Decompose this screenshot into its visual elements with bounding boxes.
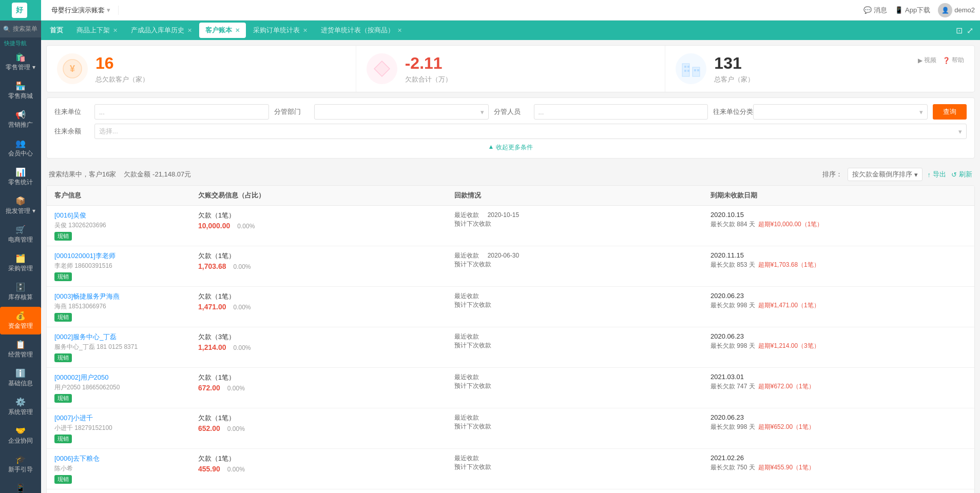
- store-selector[interactable]: 母婴行业演示账套 ▾: [51, 6, 119, 15]
- sidebar-item-basic[interactable]: ℹ️ 基础信息: [0, 364, 41, 392]
- due-date-cell: 2020.06.23 最长欠款 998 天 超期¥1,214.00（3笔）: [710, 332, 967, 350]
- due-date-value: 2020.10.15: [710, 211, 967, 219]
- collapse-row[interactable]: ▲ 收起更多条件: [54, 143, 967, 152]
- sidebar-item-retail-mall[interactable]: 🏪 零售商城: [0, 77, 41, 105]
- stat-label-debt-customers: 总欠款客户（家）: [95, 75, 149, 84]
- overdue-amount[interactable]: 超期¥10,000.00（1笔）: [758, 220, 823, 229]
- sidebar-item-batch-mgmt[interactable]: 📦 批发管理 ▾: [0, 192, 41, 220]
- sidebar-item-system[interactable]: ⚙️ 系统管理: [0, 393, 41, 421]
- refresh-btn[interactable]: ↺ 刷新: [951, 170, 972, 179]
- sidebar-item-inventory[interactable]: 🗄️ 库存核算: [0, 278, 41, 306]
- tab-product-off[interactable]: 商品上下架 ✕: [70, 23, 124, 38]
- avatar-placeholder: 👤: [941, 7, 949, 14]
- user-profile[interactable]: 👤 demo2: [938, 3, 975, 17]
- overdue-amount[interactable]: 超期¥652.00（1笔）: [758, 423, 815, 431]
- filter-person-input[interactable]: ...: [534, 104, 708, 120]
- customer-phone: 吴俊 13026203696: [54, 221, 198, 230]
- video-btn[interactable]: ▶ 视频: [918, 56, 936, 65]
- app-download-btn[interactable]: 📱 App下载: [895, 6, 930, 15]
- sidebar-item-finance[interactable]: 💰 资金管理: [0, 307, 41, 334]
- tab-customer-account[interactable]: 客户账本 ✕: [199, 23, 246, 38]
- marketing-icon: 📢: [15, 110, 26, 120]
- filter-balance-select[interactable]: 选择... ▾: [94, 124, 967, 139]
- tab-purchase-order[interactable]: 采购订单统计表 ✕: [247, 23, 314, 38]
- filter-vendor-input[interactable]: ...: [94, 104, 269, 120]
- customer-name[interactable]: [0016]吴俊: [54, 211, 86, 219]
- customer-name[interactable]: [0003]畅捷服务尹海燕: [54, 292, 120, 300]
- close-tab-stock-stats[interactable]: ✕: [397, 27, 402, 34]
- result-bar: 搜索结果中，客户16家 欠款金额 -21,148.07元 排序： 按欠款金额倒序…: [46, 164, 975, 185]
- message-btn[interactable]: 💬 消息: [863, 6, 887, 15]
- top-bar: 母婴行业演示账套 ▾ 💬 消息 📱 App下载 👤 demo2: [0, 0, 980, 21]
- basic-icon: ℹ️: [15, 368, 26, 378]
- help-btn[interactable]: ❓ 帮助: [943, 56, 964, 65]
- table-row: [000001]黄思源 黄思源 13552700226 现销 欠款（1笔） 42…: [47, 489, 974, 493]
- stat-value-total-customers: 131: [714, 53, 754, 73]
- customer-name[interactable]: [0007]小进千: [54, 414, 93, 422]
- customer-name[interactable]: [0002]服务中心_丁磊: [54, 333, 117, 341]
- collection-cell: 最近收款 预计下次收款: [454, 454, 710, 471]
- debt-amount-row: 1,214.00 0.00%: [198, 343, 454, 351]
- customer-tag: 现销: [54, 394, 72, 403]
- sidebar-item-ecom[interactable]: 🛒 电商管理: [0, 221, 41, 248]
- close-tab-customer-account[interactable]: ✕: [235, 27, 240, 34]
- sidebar-item-app[interactable]: 📱 应用中心: [0, 479, 41, 493]
- sidebar-item-marketing[interactable]: 📢 营销推广: [0, 106, 41, 133]
- stat-icon-building: [676, 53, 706, 84]
- overdue-amount[interactable]: 超期¥455.90（1笔）: [758, 463, 815, 472]
- sort-select[interactable]: 按欠款金额倒序排序 ▾: [848, 168, 923, 181]
- search-button[interactable]: 查询: [933, 104, 967, 120]
- filter-dept-select[interactable]: ▾: [314, 104, 489, 120]
- overdue-amount[interactable]: 超期¥1,471.00（1笔）: [758, 301, 820, 310]
- export-icon: ↑: [928, 171, 931, 179]
- customer-name[interactable]: [0001020001]李老师: [54, 252, 116, 260]
- close-tab-product-off[interactable]: ✕: [113, 27, 118, 34]
- sidebar-item-ops[interactable]: 📋 经营管理: [0, 336, 41, 363]
- sidebar-item-retail-mgmt[interactable]: 🛍️ 零售管理 ▾: [0, 48, 41, 76]
- collection-cell: 最近收款 预计下次收款: [454, 413, 710, 431]
- overdue-amount[interactable]: 超期¥1,214.00（3笔）: [758, 342, 820, 350]
- next-collection-label: 预计下次收款: [454, 382, 710, 390]
- sidebar-item-retail-stats[interactable]: 📊 零售统计: [0, 163, 41, 191]
- sort-value: 按欠款金额倒序排序: [852, 170, 912, 179]
- svg-rect-4: [693, 67, 700, 76]
- table-row: [0002]服务中心_丁磊 服务中心_丁磊 181 0125 8371 现销 欠…: [47, 327, 974, 368]
- overdue-amount[interactable]: 超期¥1,703.68（1笔）: [758, 261, 820, 269]
- tab-customer-account-label: 客户账本: [205, 26, 232, 35]
- minimize-icon[interactable]: ⊡: [956, 26, 963, 35]
- stat-info-debt-total: -2.11 欠款合计（万）: [405, 53, 452, 84]
- guide-icon: 🎓: [15, 455, 26, 464]
- close-tab-purchase-order[interactable]: ✕: [303, 27, 308, 34]
- debt-info-cell: 欠款（1笔） 672.00 0.00%: [198, 373, 454, 392]
- customer-name[interactable]: [0006]去下粮仓: [54, 455, 100, 462]
- debt-count: 欠款（1笔）: [198, 373, 454, 382]
- table-body: [0016]吴俊 吴俊 13026203696 现销 欠款（1笔） 10,000…: [47, 206, 974, 493]
- table-row: [000002]用户2050 用户2050 18665062050 现销 欠款（…: [47, 368, 974, 408]
- sidebar-search[interactable]: 🔍 搜索菜单: [0, 21, 41, 37]
- filter-vendor-category: 往来单位分类 ▾: [713, 104, 928, 120]
- close-tab-product-history[interactable]: ✕: [187, 27, 192, 34]
- sidebar-item-purchase[interactable]: 🗂️ 采购管理: [0, 249, 41, 277]
- user-name: demo2: [954, 6, 975, 14]
- customer-name[interactable]: [000002]用户2050: [54, 373, 109, 381]
- tab-home[interactable]: 首页: [44, 23, 69, 38]
- sidebar-item-guide[interactable]: 🎓 新手引导: [0, 450, 41, 478]
- sidebar-item-label: 批发管理 ▾: [6, 207, 35, 215]
- svg-rect-7: [684, 70, 686, 72]
- customer-tag: 现销: [54, 232, 72, 241]
- tab-stock-stats[interactable]: 进货单统计表（按商品） ✕: [315, 23, 408, 38]
- sidebar-item-enterprise[interactable]: 🤝 企业协同: [0, 422, 41, 449]
- overdue-amount[interactable]: 超期¥672.00（1笔）: [758, 382, 815, 391]
- tab-product-history[interactable]: 产成品入库单历史 ✕: [125, 23, 198, 38]
- filter-vendor-category-select[interactable]: ▾: [753, 104, 928, 120]
- sidebar-item-member[interactable]: 👥 会员中心: [0, 134, 41, 162]
- export-btn[interactable]: ↑ 导出: [928, 170, 947, 179]
- customer-phone: 小进千 18279152100: [54, 424, 198, 432]
- filter-person-dots: ...: [539, 108, 544, 116]
- stat-icon-diamond: [367, 53, 397, 84]
- help-icon: ❓: [943, 57, 950, 64]
- overdue-days: 最长欠款 747 天: [710, 382, 755, 391]
- sidebar-nav-section: 快捷导航: [0, 37, 41, 48]
- maximize-icon[interactable]: ⤢: [967, 26, 973, 35]
- collapse-label: 收起更多条件: [496, 143, 533, 152]
